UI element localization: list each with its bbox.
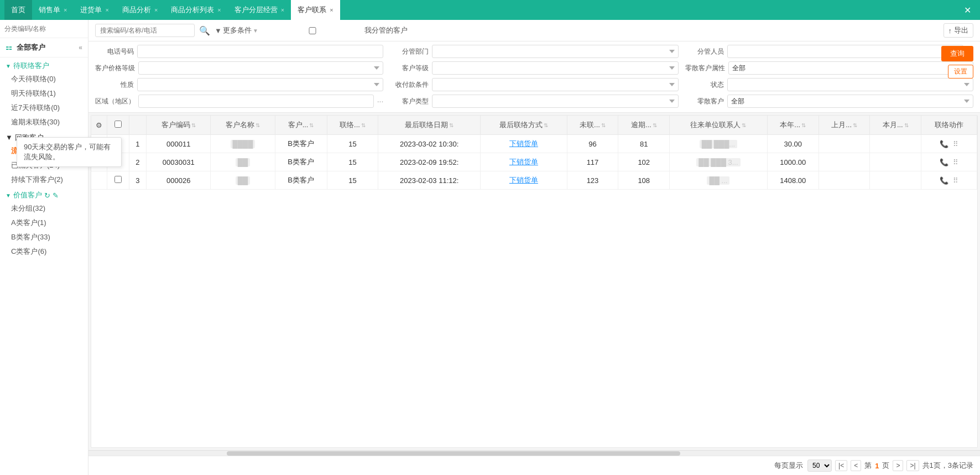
tab-goods-analysis[interactable]: 商品分析 × xyxy=(116,0,164,20)
col-contact[interactable]: 联络...⇅ xyxy=(327,116,378,135)
sort-this-year: ⇅ xyxy=(801,122,806,128)
col-this-month[interactable]: 本月...⇅ xyxy=(870,116,921,135)
row-unit-contact-cell: ██ ███ 3... xyxy=(670,153,768,171)
sidebar-item-overdue[interactable]: 逾期未联络(30) xyxy=(0,115,88,129)
col-code[interactable]: 客户编码⇅ xyxy=(147,116,211,135)
grid-icon: ⚏ xyxy=(6,43,12,51)
first-page-btn[interactable]: |< xyxy=(835,460,847,471)
region-input[interactable] xyxy=(138,95,374,108)
close-purchase-tab[interactable]: × xyxy=(105,7,108,13)
row-checkbox[interactable] xyxy=(114,176,122,183)
dept-select[interactable] xyxy=(432,45,678,58)
export-button[interactable]: ↑ 导出 xyxy=(943,23,974,38)
row-method-cell[interactable]: 下销货单 xyxy=(481,153,567,171)
person-input[interactable] xyxy=(727,45,964,58)
zero-attr-select[interactable]: 全部 xyxy=(728,61,973,75)
action-phone-icon[interactable]: 📞 xyxy=(940,140,948,148)
more-conditions-button[interactable]: ▼ 更多条件 ▼ xyxy=(215,25,258,35)
row-action-cell[interactable]: 📞 ⠿ xyxy=(921,135,977,153)
action-menu-icon[interactable]: ⠿ xyxy=(953,158,958,166)
my-customers-checkbox[interactable]: 我分管的客户 xyxy=(263,25,408,35)
tab-sales[interactable]: 销售单 × xyxy=(32,0,74,20)
row-action-cell[interactable]: 📞 ⠿ xyxy=(921,171,977,190)
edit-icon[interactable]: ✎ xyxy=(53,191,59,200)
sidebar-item-c-class[interactable]: C类客户(6) xyxy=(0,244,88,259)
customer-level-select[interactable] xyxy=(432,61,678,75)
close-customer-tier-tab[interactable]: × xyxy=(281,7,284,13)
col-not-contacted[interactable]: 未联...⇅ xyxy=(567,116,618,135)
horizontal-scrollbar[interactable] xyxy=(88,450,980,456)
close-sales-tab[interactable]: × xyxy=(64,7,67,13)
my-customers-check[interactable] xyxy=(263,27,362,34)
sidebar-item-ungroup[interactable]: 未分组(32) xyxy=(0,201,88,216)
close-all-button[interactable]: ✕ xyxy=(960,3,976,18)
col-overdue[interactable]: 逾期...⇅ xyxy=(618,116,670,135)
sidebar-item-a-class[interactable]: A类客户(1) xyxy=(0,216,88,230)
status-label: 状态 xyxy=(685,80,724,90)
col-unit-contact[interactable]: 往来单位联系人⇅ xyxy=(670,116,768,135)
action-phone-icon[interactable]: 📞 xyxy=(940,176,948,185)
phone-input[interactable] xyxy=(137,45,383,58)
col-settings[interactable]: ⚙ xyxy=(91,116,107,135)
sidebar-group-pending[interactable]: ▼ 待联络客户 xyxy=(0,58,88,72)
per-page-select[interactable]: 50 xyxy=(807,460,832,472)
sidebar-item-b-class[interactable]: B类客户(33) xyxy=(0,230,88,244)
row-date-cell: 2023-02-03 11:12: xyxy=(378,171,481,190)
select-all-checkbox[interactable] xyxy=(114,121,122,128)
sidebar-group-value[interactable]: ▼ 价值客户 ↻ ✎ xyxy=(0,187,88,201)
status-select[interactable] xyxy=(727,78,973,91)
col-this-year[interactable]: 本年...⇅ xyxy=(767,116,819,135)
close-goods-analysis-tab[interactable]: × xyxy=(154,7,158,13)
table-area: ⚙ 客户编码⇅ 客户名称⇅ 客户...⇅ 联络...⇅ 最后联络日期⇅ 最后联络… xyxy=(91,115,978,448)
col-checkbox[interactable] xyxy=(107,116,129,135)
col-last-month[interactable]: 上月...⇅ xyxy=(819,116,870,135)
action-menu-icon[interactable]: ⠿ xyxy=(953,176,958,185)
sidebar-item-7days[interactable]: 近7天待联络(0) xyxy=(0,101,88,115)
sidebar-all-customers[interactable]: ⚏ 全部客户 « xyxy=(0,38,88,58)
col-last-date[interactable]: 最后联络日期⇅ xyxy=(378,116,481,135)
gender-select[interactable] xyxy=(137,78,383,91)
method-link[interactable]: 下销货单 xyxy=(509,176,538,184)
row-method-cell[interactable]: 下销货单 xyxy=(481,135,567,153)
customer-level-label: 客户等级 xyxy=(390,64,429,73)
tab-purchase[interactable]: 进货单 × xyxy=(74,0,115,20)
row-unit-contact-cell: ██ ███... xyxy=(670,135,768,153)
tab-home[interactable]: 首页 xyxy=(4,0,32,20)
scrollbar-thumb[interactable] xyxy=(227,451,680,456)
action-phone-icon[interactable]: 📞 xyxy=(940,158,948,166)
row-action-cell[interactable]: 📞 ⠿ xyxy=(921,153,977,171)
query-button[interactable]: 查询 xyxy=(941,46,973,61)
action-menu-icon[interactable]: ⠿ xyxy=(953,140,958,148)
sidebar-item-declining[interactable]: 持续下滑客户(2) xyxy=(0,173,88,187)
sidebar-collapse-btn[interactable]: « xyxy=(79,44,82,51)
sort-last-date: ⇅ xyxy=(449,122,453,128)
next-page-btn[interactable]: > xyxy=(893,460,903,471)
col-name[interactable]: 客户名称⇅ xyxy=(211,116,275,135)
sidebar-search-input[interactable] xyxy=(4,25,87,33)
last-page-btn[interactable]: >| xyxy=(906,460,919,471)
sidebar-item-today[interactable]: 今天待联络(0) xyxy=(0,72,88,86)
prev-page-btn[interactable]: < xyxy=(851,460,861,471)
region-dots[interactable]: ··· xyxy=(377,97,384,106)
tab-customer-tier[interactable]: 客户分层经营 × xyxy=(228,0,291,20)
tab-goods-list[interactable]: 商品分析列表 × xyxy=(164,0,227,20)
col-last-method[interactable]: 最后联络方式⇅ xyxy=(481,116,567,135)
row-method-cell[interactable]: 下销货单 xyxy=(481,171,567,190)
tab-customer-contact[interactable]: 客户联系 × xyxy=(291,0,340,20)
search-button[interactable]: 🔍 xyxy=(199,25,210,36)
setting-button[interactable]: 设置 xyxy=(948,65,973,79)
search-input[interactable] xyxy=(95,24,195,37)
row-checkbox-cell[interactable] xyxy=(107,171,129,190)
sidebar-item-tomorrow[interactable]: 明天待联络(1) xyxy=(0,86,88,101)
method-link[interactable]: 下销货单 xyxy=(509,139,538,148)
close-goods-list-tab[interactable]: × xyxy=(217,7,221,13)
method-link[interactable]: 下销货单 xyxy=(509,158,538,166)
refresh-icon[interactable]: ↻ xyxy=(44,191,50,200)
zero-customer-select[interactable]: 全部 xyxy=(727,95,973,108)
customer-type-select[interactable] xyxy=(432,95,678,108)
close-customer-contact-tab[interactable]: × xyxy=(330,7,333,13)
payment-select[interactable] xyxy=(432,78,678,91)
col-type[interactable]: 客户...⇅ xyxy=(275,116,327,135)
filter-customer-level: 客户等级 xyxy=(390,61,678,75)
price-level-select[interactable] xyxy=(138,61,383,75)
